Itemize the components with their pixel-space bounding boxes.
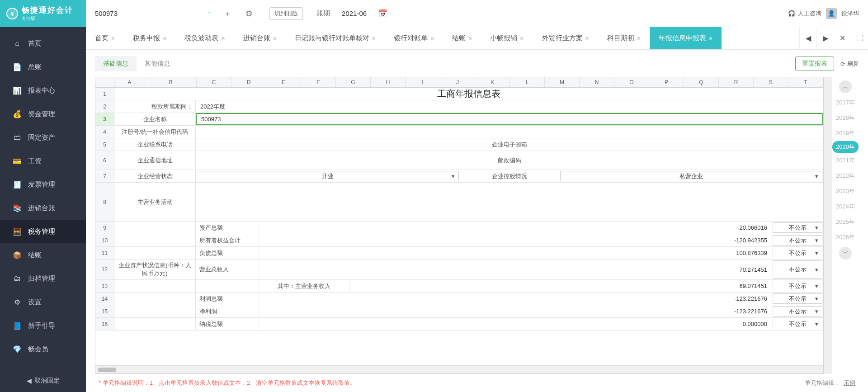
row-header-15[interactable]: 15 xyxy=(95,305,114,317)
tab-6[interactable]: 结账× xyxy=(443,27,481,49)
nav-item-0[interactable]: ⌂首页 xyxy=(0,32,86,55)
fin-pub-3[interactable]: 不公示 xyxy=(773,260,822,279)
postal-cell[interactable] xyxy=(559,151,823,170)
sheet-corner[interactable] xyxy=(95,77,114,87)
year-2024年[interactable]: 2024年 xyxy=(836,199,855,214)
tab-10[interactable]: 年报信息申报表× xyxy=(650,27,722,49)
close-icon[interactable]: × xyxy=(221,35,225,42)
row-header-13[interactable]: 13 xyxy=(95,280,114,292)
fin-pub-1[interactable]: 不公示 xyxy=(773,235,822,246)
col-header-N[interactable]: N xyxy=(580,77,614,87)
row-header-16[interactable]: 16 xyxy=(95,318,114,330)
example-link[interactable]: 示例 xyxy=(844,379,855,386)
row-header-10[interactable]: 10 xyxy=(95,234,114,246)
close-icon[interactable]: × xyxy=(273,35,277,42)
close-icon[interactable]: × xyxy=(709,35,712,42)
row-header-14[interactable]: 14 xyxy=(95,293,114,305)
tab-4[interactable]: 日记账与银行对账单核对× xyxy=(286,27,385,49)
row-header-12[interactable]: 12 xyxy=(95,260,114,279)
col-header-R[interactable]: R xyxy=(719,77,754,87)
col-header-K[interactable]: K xyxy=(475,77,510,87)
row-header-1[interactable]: 1 xyxy=(95,88,114,100)
nav-item-5[interactable]: 💳工资 xyxy=(0,149,86,173)
year-2017年[interactable]: 2017年 xyxy=(836,95,855,110)
calendar-icon[interactable]: 📅 xyxy=(378,9,387,18)
col-header-T[interactable]: T xyxy=(788,77,823,87)
col-header-F[interactable]: F xyxy=(301,77,336,87)
tab-7[interactable]: 小畅报销× xyxy=(481,27,533,49)
nav-item-3[interactable]: 💰资金管理 xyxy=(0,102,86,126)
fullscreen-button[interactable]: ⛶ xyxy=(851,27,868,49)
enterprise-name-cell[interactable]: 500973 xyxy=(196,113,823,125)
avatar[interactable]: 👤 xyxy=(826,8,837,19)
nav-item-8[interactable]: 🧮税务管理 xyxy=(0,220,86,243)
main-activity-cell[interactable] xyxy=(196,183,823,221)
col-header-D[interactable]: D xyxy=(231,77,266,87)
fin-value-6[interactable]: 0.000000 xyxy=(259,318,772,330)
close-icon[interactable]: × xyxy=(430,35,434,42)
col-header-G[interactable]: G xyxy=(336,77,371,87)
tab-5[interactable]: 银行对账单× xyxy=(385,27,443,49)
tab-scroll-right[interactable]: ▶ xyxy=(816,27,834,49)
fin-value-5[interactable]: -123.221676 xyxy=(259,305,772,317)
spreadsheet[interactable]: ABCDEFGHIJKLMNOPQRST 1工商年报信息表2税款所属期间：202… xyxy=(95,77,824,374)
col-header-B[interactable]: B xyxy=(145,77,197,87)
add-button[interactable]: ＋ xyxy=(221,7,234,20)
close-icon[interactable]: × xyxy=(637,35,641,42)
row-header-2[interactable]: 2 xyxy=(95,100,114,113)
col-header-M[interactable]: M xyxy=(545,77,580,87)
fin-sub-pub[interactable]: 不公示 xyxy=(773,281,822,291)
close-icon[interactable]: × xyxy=(585,35,589,42)
subtab-other[interactable]: 其他信息 xyxy=(137,56,178,71)
col-header-P[interactable]: P xyxy=(649,77,684,87)
nav-item-13[interactable]: 💎畅会员 xyxy=(0,337,86,361)
year-2026年[interactable]: 2026年 xyxy=(836,230,855,245)
year-2025年[interactable]: 2025年 xyxy=(836,214,855,230)
nav-item-11[interactable]: ⚙设置 xyxy=(0,290,86,314)
nav-item-1[interactable]: 📄总账 xyxy=(0,55,86,79)
col-header-O[interactable]: O xyxy=(614,77,649,87)
fin-value-2[interactable]: 100.876339 xyxy=(259,247,772,259)
col-header-L[interactable]: L xyxy=(510,77,545,87)
nav-item-4[interactable]: 🗃固定资产 xyxy=(0,126,86,149)
reset-report-button[interactable]: 重置报表 xyxy=(795,57,834,71)
phone-cell[interactable] xyxy=(196,138,460,151)
nav-item-2[interactable]: 📊报表中心 xyxy=(0,79,86,102)
col-header-Q[interactable]: Q xyxy=(684,77,719,87)
close-icon[interactable]: × xyxy=(372,35,376,42)
fin-sub-value[interactable]: 69.071451 xyxy=(349,280,772,292)
holding-select[interactable]: 私营企业 xyxy=(560,171,822,181)
fin-pub-6[interactable]: 不公示 xyxy=(773,319,822,329)
year-scroll-up[interactable]: ︿ xyxy=(839,80,852,93)
address-cell[interactable] xyxy=(196,151,460,170)
year-scroll-down[interactable]: ﹀ xyxy=(839,247,852,260)
close-icon[interactable]: × xyxy=(163,35,166,42)
nav-item-10[interactable]: 🗂归档管理 xyxy=(0,267,86,290)
operating-status-select[interactable]: 开业 xyxy=(197,171,459,181)
year-2023年[interactable]: 2023年 xyxy=(836,184,855,199)
tab-0[interactable]: 首页× xyxy=(86,27,124,49)
year-2022年[interactable]: 2022年 xyxy=(836,168,855,184)
nav-item-7[interactable]: 📚进销台账 xyxy=(0,196,86,220)
fin-pub-4[interactable]: 不公示 xyxy=(773,293,822,304)
support-button[interactable]: 🎧 人工咨询 xyxy=(788,9,821,18)
row-header-3[interactable]: 3 xyxy=(95,113,114,125)
nav-item-6[interactable]: 🧾发票管理 xyxy=(0,173,86,196)
tab-3[interactable]: 进销台账× xyxy=(234,27,286,49)
email-cell[interactable] xyxy=(559,138,823,151)
tab-scroll-left[interactable]: ◀ xyxy=(799,27,816,49)
year-2019年[interactable]: 2019年 xyxy=(836,126,855,141)
fin-value-0[interactable]: -20.066016 xyxy=(259,222,772,234)
fin-value-4[interactable]: -123.221676 xyxy=(259,293,772,305)
tab-8[interactable]: 外贸行业方案× xyxy=(533,27,598,49)
close-icon[interactable]: × xyxy=(111,35,115,42)
close-icon[interactable]: × xyxy=(468,35,472,42)
subtab-basic[interactable]: 基础信息 xyxy=(95,56,137,71)
col-header-H[interactable]: H xyxy=(371,77,406,87)
col-header-E[interactable]: E xyxy=(266,77,301,87)
year-2018年[interactable]: 2018年 xyxy=(836,110,855,126)
year-2020年[interactable]: 2020年 xyxy=(832,141,859,153)
col-header-J[interactable]: J xyxy=(440,77,475,87)
year-2021年[interactable]: 2021年 xyxy=(836,153,855,168)
row-header-7[interactable]: 7 xyxy=(95,170,114,182)
